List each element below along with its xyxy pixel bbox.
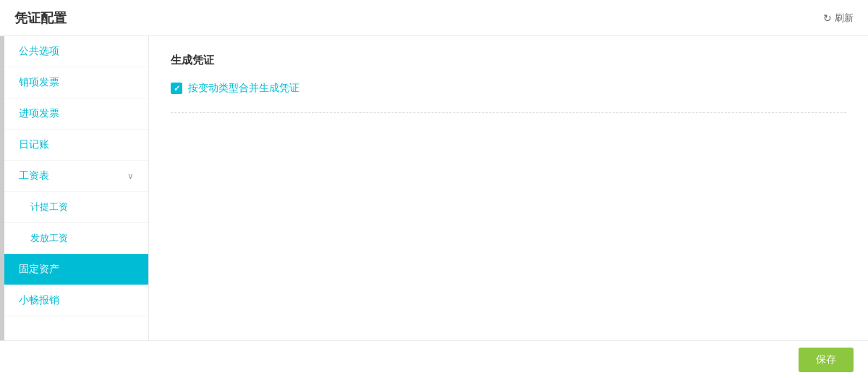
sidebar-item-label: 日记账 (19, 138, 49, 151)
chevron-down-icon: ∨ (127, 171, 134, 181)
sidebar-item-label: 进项发票 (19, 107, 59, 120)
refresh-label: 刷新 (835, 12, 854, 25)
sidebar-item-payroll-accrual[interactable]: 计提工资 (4, 192, 148, 223)
merge-checkbox[interactable] (171, 83, 182, 94)
sidebar-item-label: 公共选项 (19, 45, 59, 58)
sidebar-item-fixed-assets[interactable]: 固定资产 (4, 254, 148, 285)
content-area: 公共选项销项发票进项发票日记账工资表∨计提工资发放工资固定资产小畅报销 生成凭证… (0, 36, 868, 340)
sidebar-item-label: 计提工资 (30, 201, 68, 214)
page-title: 凭证配置 (14, 9, 67, 27)
sidebar-item-label: 工资表 (19, 169, 49, 182)
sidebar-item-journal[interactable]: 日记账 (4, 130, 148, 161)
sidebar-item-label: 发放工资 (30, 232, 68, 245)
sidebar-item-payroll-distribution[interactable]: 发放工资 (4, 223, 148, 254)
merge-checkbox-label[interactable]: 按变动类型合并生成凭证 (188, 82, 299, 95)
sidebar-item-public-options[interactable]: 公共选项 (4, 36, 148, 67)
sidebar-item-label: 销项发票 (19, 76, 59, 89)
page-footer: 保存 (0, 340, 868, 378)
sidebar-item-purchase-invoice[interactable]: 进项发票 (4, 98, 148, 130)
sidebar-item-payroll-table[interactable]: 工资表∨ (4, 161, 148, 192)
main-content: 生成凭证 按变动类型合并生成凭证 (149, 36, 868, 340)
section-title: 生成凭证 (171, 54, 846, 67)
section-divider (171, 112, 846, 113)
refresh-icon: ↻ (823, 12, 832, 24)
sidebar-item-label: 固定资产 (19, 263, 59, 276)
sidebar: 公共选项销项发票进项发票日记账工资表∨计提工资发放工资固定资产小畅报销 (4, 36, 149, 340)
page-header: 凭证配置 ↻ 刷新 (0, 0, 868, 36)
sidebar-item-label: 小畅报销 (19, 294, 59, 307)
sidebar-item-expense-reimbursement[interactable]: 小畅报销 (4, 285, 148, 316)
sidebar-item-sales-invoice[interactable]: 销项发票 (4, 67, 148, 98)
refresh-button[interactable]: ↻ 刷新 (823, 12, 854, 25)
save-button[interactable]: 保存 (799, 348, 854, 372)
checkbox-row: 按变动类型合并生成凭证 (171, 82, 846, 95)
